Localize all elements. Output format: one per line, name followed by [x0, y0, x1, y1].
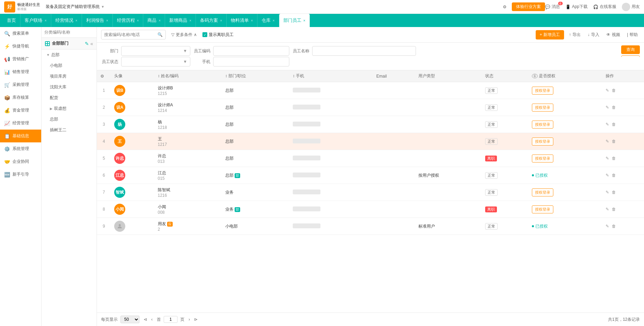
close-icon[interactable]: × [158, 19, 161, 23]
delete-icon[interactable]: 🗑 [612, 105, 616, 110]
add-employee-button[interactable]: + 新增员工 [536, 30, 564, 39]
tree-edit-icon[interactable]: ✎ [85, 41, 89, 46]
settings-col-icon[interactable]: ⚙ [100, 74, 104, 79]
close-icon[interactable]: × [220, 19, 222, 23]
emp-status-select[interactable]: ▼ [121, 57, 190, 67]
auth-button[interactable]: 授权登录 [532, 188, 553, 196]
show-resigned-toggle[interactable]: ✓ 显示离职员工 [202, 32, 234, 38]
delete-icon[interactable]: 🗑 [612, 139, 616, 144]
emp-code-input[interactable] [213, 46, 289, 56]
delete-icon[interactable]: 🗑 [612, 156, 616, 161]
edit-icon[interactable]: ✎ [606, 139, 609, 144]
delete-icon[interactable]: 🗑 [612, 88, 616, 93]
view-button[interactable]: 👁 视频 [604, 32, 622, 38]
edit-icon[interactable]: ✎ [606, 224, 609, 229]
tree-search-input[interactable] [44, 30, 96, 35]
sidebar-item-marketing[interactable]: 📢 营销推广 [0, 53, 41, 65]
sidebar-item-purchase[interactable]: 🛒 采购管理 [0, 78, 41, 91]
auth-button[interactable]: 授权登录 [532, 121, 553, 129]
search-input[interactable] [104, 32, 156, 37]
prev-page-button[interactable]: ‹ [150, 316, 154, 323]
export-button[interactable]: ↑ 导出 [567, 32, 583, 38]
tab-barcode[interactable]: 条码方案 × [196, 14, 227, 27]
delete-icon[interactable]: 🗑 [612, 122, 616, 127]
tab-operations[interactable]: 经营情况 × [51, 14, 82, 27]
edit-icon[interactable]: ✎ [606, 173, 609, 178]
sidebar-item-basic[interactable]: 📋 基础信息 [0, 130, 41, 142]
chevron-down-icon[interactable]: ▼ [101, 5, 105, 9]
dept-filter-select[interactable]: ▼ [121, 46, 190, 56]
tree-node-zongbu2[interactable]: 总部 [42, 114, 97, 125]
import-button[interactable]: ↓ 导入 [586, 32, 601, 38]
tree-node-zongbu[interactable]: ▼ 总部 [42, 50, 97, 60]
app-download-button[interactable]: 📱 App下载 [565, 4, 588, 10]
trial-button[interactable]: 体验行业方案 [512, 2, 545, 11]
user-menu[interactable]: 用友 [622, 3, 640, 11]
delete-icon[interactable]: 🗑 [612, 173, 616, 178]
query-button[interactable]: 查询 [621, 45, 640, 54]
sidebar-item-collab[interactable]: 🤝 企业协同 [0, 155, 41, 168]
close-icon[interactable]: × [45, 19, 47, 23]
more-filter-button[interactable]: ▽ 更多条件 ∧ [169, 30, 200, 39]
close-icon[interactable]: × [137, 19, 139, 23]
auth-button[interactable]: 授权登录 [532, 138, 553, 146]
sidebar-item-finance[interactable]: 💰 资金管理 [0, 104, 41, 117]
auth-button[interactable]: 授权登录 [532, 155, 553, 162]
settings-icon[interactable]: ⚙ [501, 3, 509, 11]
auth-button[interactable]: 授权登录 [532, 104, 553, 112]
page-size-select[interactable]: 50 20 100 [120, 316, 139, 323]
help-button[interactable]: | 帮助 [625, 32, 640, 38]
last-page-button[interactable]: ⊳ [193, 316, 199, 323]
auth-button[interactable]: 授权登录 [532, 205, 553, 213]
edit-icon[interactable]: ✎ [606, 207, 609, 212]
edit-icon[interactable]: ✎ [606, 156, 609, 161]
tab-new-goods[interactable]: 新增商品 × [165, 14, 196, 27]
sidebar-item-business[interactable]: 📈 经营管理 [0, 117, 41, 130]
sidebar-item-guide[interactable]: 🆕 新手引导 [0, 168, 41, 181]
tree-node-xiaodian[interactable]: 小电部 [42, 60, 97, 71]
online-service-button[interactable]: 🎧 在线客服 [593, 4, 616, 10]
delete-icon[interactable]: 🗑 [612, 207, 616, 212]
tree-node-project[interactable]: 项目库房 [42, 71, 97, 82]
tree-node-shuangxu[interactable]: ▶ 双虚想 [42, 103, 97, 114]
sidebar-item-sales[interactable]: 📊 销售管理 [0, 65, 41, 78]
close-icon[interactable]: × [75, 19, 78, 23]
close-icon[interactable]: × [189, 19, 191, 23]
search-icon[interactable]: 🔍 [157, 32, 163, 37]
tab-department[interactable]: 部门员工 × [279, 14, 310, 27]
edit-icon[interactable]: ✎ [606, 88, 609, 93]
tab-goods[interactable]: 商品 × [143, 14, 165, 27]
tab-history[interactable]: 经营历程 × [113, 14, 144, 27]
tree-node-chashuwang[interactable]: 插树王二 [42, 125, 97, 135]
tab-bom[interactable]: 物料清单 × [227, 14, 257, 27]
tree-node-peihuo[interactable]: 配货 [42, 92, 97, 103]
auth-button[interactable]: 授权登录 [532, 87, 553, 95]
sidebar-item-search[interactable]: 🔍 搜索菜单 [0, 27, 41, 40]
close-icon[interactable]: × [303, 19, 306, 23]
chevron-right-icon: ▶ [50, 107, 53, 111]
edit-icon[interactable]: ✎ [606, 105, 609, 110]
close-icon[interactable]: × [251, 19, 253, 23]
tab-profit[interactable]: 利润报告 × [82, 14, 113, 27]
page-number-input[interactable] [164, 316, 178, 323]
edit-icon[interactable]: ✎ [606, 122, 609, 127]
employee-code: 1216 [158, 193, 218, 198]
sidebar-item-system[interactable]: ⚙️ 系统管理 [0, 142, 41, 155]
next-page-button[interactable]: › [187, 316, 191, 323]
close-icon[interactable]: × [273, 19, 275, 23]
tab-warehouse[interactable]: 仓库 × [257, 14, 279, 27]
phone-input[interactable] [213, 57, 289, 67]
tab-home[interactable]: 首页 [3, 14, 20, 27]
delete-icon[interactable]: 🗑 [612, 190, 616, 195]
emp-name-input[interactable] [312, 46, 416, 56]
sidebar-item-inventory[interactable]: 📦 库存核算 [0, 91, 41, 104]
delete-icon[interactable]: 🗑 [612, 224, 616, 229]
tree-collapse-icon[interactable]: « [90, 41, 93, 46]
sidebar-item-nav[interactable]: ⚡ 快捷导航 [0, 40, 41, 53]
tab-customer[interactable]: 客户联络 × [20, 14, 51, 27]
edit-icon[interactable]: ✎ [606, 190, 609, 195]
first-page-button[interactable]: ⊲ [142, 316, 148, 323]
close-icon[interactable]: × [106, 19, 108, 23]
message-button[interactable]: 💬 消息 6 [545, 4, 560, 10]
tree-node-shenyang[interactable]: 沈阳大库 [42, 82, 97, 92]
